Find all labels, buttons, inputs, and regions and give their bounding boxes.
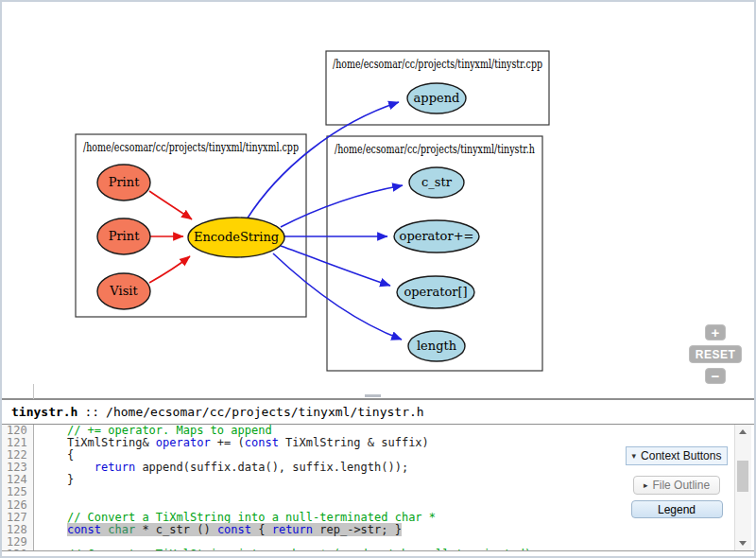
context-buttons-header[interactable]: ▾ Context Buttons <box>626 446 728 465</box>
pane-splitter[interactable] <box>2 398 754 400</box>
code-header-filepath: /home/ecsomar/cc/projects/tinyxml/tinyst… <box>106 405 424 419</box>
scrollbar-down-arrow-icon[interactable] <box>739 541 747 546</box>
cluster-title-tinystr-cpp: /home/ecsomar/cc/projects/tinyxml/tinyst… <box>333 58 542 71</box>
file-outline-button[interactable]: ▸ File Outline <box>633 476 720 495</box>
node-label-print-2: Print <box>109 229 140 243</box>
node-operator-brackets[interactable]: operator[] <box>397 276 474 308</box>
line-number: 130 <box>2 549 34 551</box>
code-header-separator: :: <box>84 405 99 419</box>
splitter-grip-icon[interactable] <box>365 394 381 397</box>
code-viewer-header: tinystr.h :: /home/ecsomar/cc/projects/t… <box>2 400 754 425</box>
scrollbar-thumb[interactable] <box>737 461 748 492</box>
node-label-append: append <box>414 91 460 105</box>
node-label-encodestring: EncodeString <box>194 230 279 244</box>
node-append[interactable]: append <box>407 83 466 113</box>
code-scrollbar[interactable] <box>734 425 751 550</box>
line-number: 126 <box>2 499 34 512</box>
code-viewer-pane: 120 // += operator. Maps to append121 Ti… <box>2 425 754 551</box>
call-graph-pane: /home/ecsomar/cc/projects/tinyxml/tinyxm… <box>2 2 754 398</box>
line-number: 125 <box>2 486 34 498</box>
code-line: 128 const char * c_str () const { return… <box>2 524 735 536</box>
node-encodestring[interactable]: EncodeString <box>188 218 284 257</box>
node-label-c_str: c_str <box>421 175 453 189</box>
codequery-window: /home/ecsomar/cc/projects/tinyxml/tinyxm… <box>0 0 756 558</box>
zoom-in-button[interactable]: + <box>705 324 726 340</box>
zoom-reset-button[interactable]: RESET <box>689 345 742 363</box>
zoom-out-button[interactable]: − <box>705 368 726 384</box>
code-header-filename: tinystr.h <box>11 405 77 419</box>
expand-caret-icon: ▸ <box>644 480 648 490</box>
node-print-1[interactable]: Print <box>97 165 150 201</box>
node-operator-pluseq[interactable]: operator+= <box>394 220 479 253</box>
file-outline-button-label: File Outline <box>652 479 710 492</box>
legend-button[interactable]: Legend <box>631 500 723 518</box>
node-length[interactable]: length <box>408 331 465 361</box>
node-visit[interactable]: Visit <box>97 273 150 309</box>
node-print-2[interactable]: Print <box>97 218 150 254</box>
line-number: 127 <box>2 512 34 524</box>
node-label-visit: Visit <box>109 284 138 298</box>
context-buttons-panel: ▾ Context Buttons ▸ File Outline Legend <box>625 446 729 518</box>
cluster-title-tinyxml-cpp: /home/ecsomar/cc/projects/tinyxml/tinyxm… <box>83 141 299 154</box>
collapse-caret-icon: ▾ <box>632 451 637 461</box>
splitter-tick <box>33 384 34 399</box>
scrollbar-up-arrow-icon[interactable] <box>739 429 747 434</box>
line-number: 129 <box>2 536 34 549</box>
line-number: 128 <box>2 524 34 536</box>
node-c_str[interactable]: c_str <box>409 167 464 198</box>
cluster-title-tinystr-h: /home/ecsomar/cc/projects/tinyxml/tinyst… <box>335 143 535 156</box>
graph-zoom-controls: + RESET − <box>689 324 742 384</box>
legend-button-label: Legend <box>658 503 696 516</box>
call-graph-svg: /home/ecsomar/cc/projects/tinyxml/tinyxm… <box>2 2 756 398</box>
node-label-print-1: Print <box>109 175 140 189</box>
code-line: 130 // Convert a TiXmlString into a char… <box>2 549 735 551</box>
context-buttons-title: Context Buttons <box>641 449 721 462</box>
node-label-operator-pluseq: operator+= <box>400 229 474 243</box>
node-label-operator-brackets: operator[] <box>404 285 467 299</box>
node-label-length: length <box>417 339 457 353</box>
